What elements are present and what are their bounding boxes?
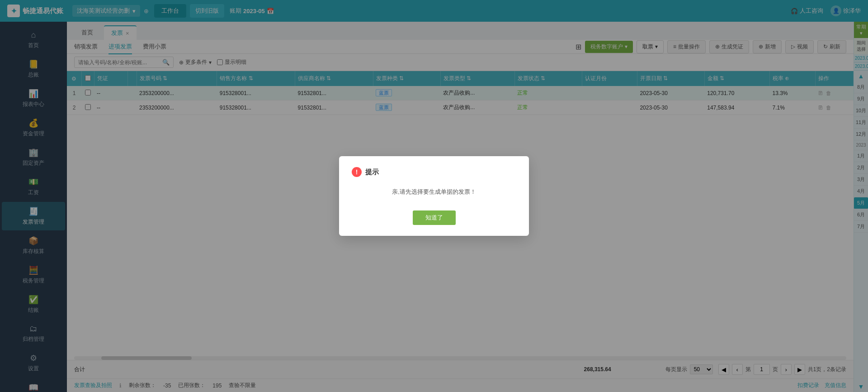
modal-title-text: 提示 <box>365 168 379 177</box>
warning-icon: ! <box>352 167 362 177</box>
modal-dialog: ! 提示 亲,请先选择要生成单据的发票！ 知道了 <box>339 156 529 236</box>
modal-overlay: ! 提示 亲,请先选择要生成单据的发票！ 知道了 <box>0 0 868 392</box>
modal-title-row: ! 提示 <box>352 167 516 177</box>
modal-body: 亲,请先选择要生成单据的发票！ <box>352 184 516 200</box>
modal-footer: 知道了 <box>352 210 516 225</box>
modal-confirm-button[interactable]: 知道了 <box>413 210 456 225</box>
